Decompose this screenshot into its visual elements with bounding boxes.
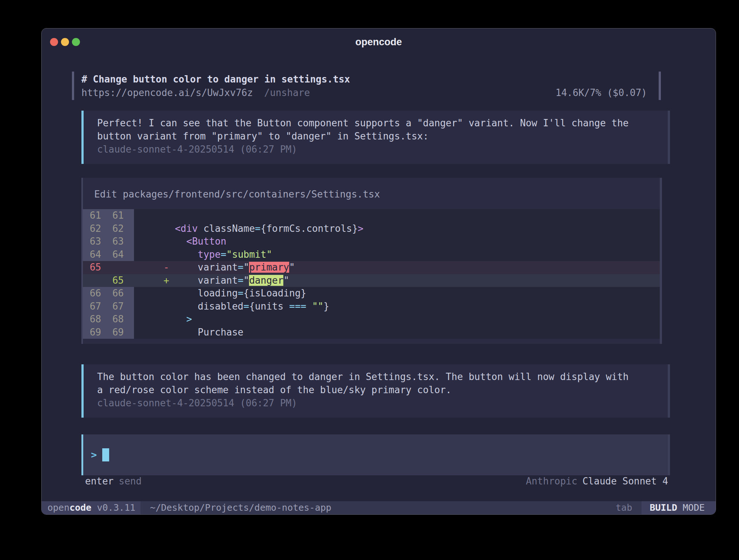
line-number-old: 65 — [83, 261, 108, 274]
diff-row: 6161 — [83, 209, 660, 222]
model-label: Claude Sonnet 4 — [582, 476, 668, 487]
diff-code-line: loading={isLoading} — [134, 287, 660, 300]
diff-row: 65 + variant="danger" — [83, 274, 660, 287]
enter-key-hint: enter — [85, 476, 114, 487]
line-number-old: 63 — [83, 235, 108, 248]
window-title: opencode — [42, 37, 716, 48]
diff-code-line: <div className={formCs.controls}> — [134, 222, 660, 235]
send-hint-label: send — [119, 476, 142, 487]
edit-tool-header: Edit packages/frontend/src/containers/Se… — [83, 189, 660, 200]
app-version: v0.3.11 — [91, 502, 135, 513]
line-number-new: 63 — [108, 235, 134, 248]
diff-code-line: type="submit" — [134, 248, 660, 261]
line-number-new: 62 — [108, 222, 134, 235]
diff-row: 6767 disabled={units === ""} — [83, 300, 660, 313]
model-timestamp: claude-sonnet-4-20250514 (06:27 PM) — [97, 143, 668, 156]
assistant-message-2: The button color has been changed to dan… — [81, 364, 670, 418]
diff-row: 6868 > — [83, 313, 660, 326]
diff-row: 65 - variant="primary" — [83, 261, 660, 274]
provider-label: Anthropic — [526, 476, 577, 487]
diff-code-line: + variant="danger" — [134, 274, 660, 287]
line-number-old: 68 — [83, 313, 108, 326]
mode-name: BUILD — [650, 502, 682, 513]
diff-code-line: > — [134, 313, 660, 326]
message-text-line: The button color has been changed to dan… — [97, 370, 668, 383]
edit-tool-call: Edit packages/frontend/src/containers/Se… — [81, 178, 662, 344]
diff-row: 6969 Purchase — [83, 326, 660, 339]
unshare-command[interactable]: /unshare — [264, 86, 310, 99]
line-number-new: 66 — [108, 287, 134, 300]
diff-code-line: Purchase — [134, 326, 660, 339]
diff-code-line — [134, 209, 660, 222]
message-text-line: Perfect! I can see that the Button compo… — [97, 116, 668, 130]
mode-suffix: MODE — [683, 502, 705, 513]
model-timestamp: claude-sonnet-4-20250514 (06:27 PM) — [97, 396, 668, 410]
diff-code-line: <Button — [134, 235, 660, 248]
line-number-new: 67 — [108, 300, 134, 313]
mode-segment[interactable]: BUILD MODE — [642, 501, 716, 514]
text-cursor — [102, 448, 109, 461]
message-text-line: button variant from "primary" to "danger… — [97, 130, 668, 143]
line-number-old: 69 — [83, 326, 108, 339]
line-number-old: 62 — [83, 222, 108, 235]
token-usage-cost: 14.6K/7% ($0.07) — [556, 86, 647, 99]
line-number-new: 69 — [108, 326, 134, 339]
line-number-new: 61 — [108, 209, 134, 222]
diff-code-line: disabled={units === ""} — [134, 300, 660, 313]
diff: 61616262 <div className={formCs.controls… — [83, 209, 660, 339]
tab-key-hint: tab — [616, 501, 632, 514]
prompt-chevron: > — [91, 448, 97, 461]
app-window: opencode # Change button color to danger… — [41, 28, 716, 515]
line-number-new: 64 — [108, 248, 134, 261]
app-name-prefix: open — [47, 502, 69, 513]
diff-row: 6464 type="submit" — [83, 248, 660, 261]
line-number-old: 64 — [83, 248, 108, 261]
diff-row: 6363 <Button — [83, 235, 660, 248]
diff-row: 6666 loading={isLoading} — [83, 287, 660, 300]
status-bar: opencode v0.3.11 ~/Desktop/Projects/demo… — [42, 501, 716, 514]
line-number-old — [83, 274, 108, 287]
diff-code-line: - variant="primary" — [134, 261, 660, 274]
line-number-new: 65 — [108, 274, 134, 287]
app-name-suffix: code — [69, 502, 91, 513]
session-header: # Change button color to danger in setti… — [72, 72, 661, 100]
line-number-new: 68 — [108, 313, 134, 326]
prompt-input[interactable]: > — [81, 434, 670, 475]
app-version-segment: opencode v0.3.11 — [42, 501, 141, 514]
session-title: # Change button color to danger in setti… — [81, 72, 647, 86]
message-text-line: a red/rose color scheme instead of the b… — [97, 383, 668, 396]
line-number-old: 61 — [83, 209, 108, 222]
assistant-message-1: Perfect! I can see that the Button compo… — [81, 111, 670, 164]
titlebar: opencode — [42, 28, 716, 55]
line-number-old: 66 — [83, 287, 108, 300]
hints-row: enter send Anthropic Claude Sonnet 4 — [85, 475, 668, 488]
line-number-new — [108, 261, 134, 274]
diff-row: 6262 <div className={formCs.controls}> — [83, 222, 660, 235]
working-directory: ~/Desktop/Projects/demo-notes-app — [150, 501, 332, 514]
share-url-link[interactable]: https://opencode.ai/s/UwJxv76z — [81, 86, 253, 99]
line-number-old: 67 — [83, 300, 108, 313]
